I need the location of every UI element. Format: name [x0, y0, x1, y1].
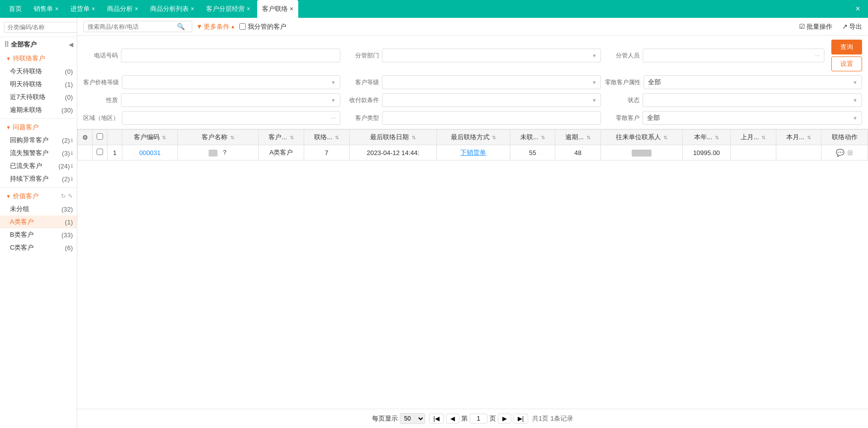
filter-search-icon[interactable]: 🔍 — [177, 23, 185, 30]
col-code[interactable]: 客户编码 ⇅ — [122, 130, 178, 145]
batch-op-btn[interactable]: ☑ 批量操作 — [799, 22, 832, 31]
refresh-icon[interactable]: ↻ — [61, 193, 66, 200]
col-settings[interactable]: ⚙ — [78, 130, 93, 145]
sidebar-item-a-class[interactable]: A类客户 (1) — [0, 215, 77, 228]
prev-page-btn[interactable]: ◀ — [446, 414, 459, 424]
my-customers-checkbox[interactable] — [239, 23, 246, 30]
phone-input[interactable] — [121, 49, 340, 62]
retail-attr-input[interactable]: 全部 ▼ — [644, 75, 862, 89]
tab-analysis-list-close[interactable]: × — [191, 5, 194, 12]
query-btn[interactable]: 查询 — [831, 40, 862, 54]
sidebar-group-pending[interactable]: ▼ 待联络客户 — [0, 52, 77, 65]
person-input[interactable]: ··· — [643, 49, 824, 62]
page-size-dropdown[interactable]: 50 100 200 — [400, 413, 425, 424]
sidebar-item-tomorrow[interactable]: 明天待联络 (1) — [0, 78, 77, 91]
tab-sales-close[interactable]: × — [55, 5, 58, 12]
condition-phone: 电话号码 — [83, 49, 340, 62]
grid-action-icon[interactable]: ⊞ — [847, 149, 853, 157]
col-last-month[interactable]: 上月... ⇅ — [730, 130, 776, 145]
retail-value: 全部 — [647, 113, 660, 122]
more-conditions-btn[interactable]: ▼ 更多条件 ▲ — [196, 22, 235, 31]
sidebar-item-overdue[interactable]: 逾期未联络 (30) — [0, 104, 77, 116]
sidebar-group-value[interactable]: ▼ 价值客户 ↻ ✎ — [0, 190, 77, 203]
price-level-input[interactable]: ▼ — [122, 75, 340, 89]
tab-analysis-close[interactable]: × — [135, 5, 138, 12]
row-last-contact-method[interactable]: 下销货单 — [437, 145, 510, 160]
status-input[interactable]: ▼ — [643, 93, 862, 107]
dept-input[interactable]: ▼ — [382, 49, 601, 62]
caret-icon: ▲ — [230, 24, 235, 29]
retail-input[interactable]: 全部 ▼ — [643, 111, 862, 125]
col-hist-contact[interactable]: 往来单位联系人 ⇅ — [600, 130, 682, 145]
tab-customer-segment-close[interactable]: × — [247, 5, 250, 12]
item-a-class-label: A类客户 — [10, 217, 34, 226]
overdue-value: 48 — [574, 149, 581, 157]
item-today-badge: (0) — [65, 68, 73, 75]
name-value: ？ — [221, 149, 228, 156]
nav-tab-analysis-list[interactable]: 商品分析列表 × — [145, 0, 199, 18]
select-all-checkbox[interactable] — [97, 133, 103, 140]
nature-input[interactable]: ▼ — [121, 93, 340, 107]
settings-btn[interactable]: 设置 — [831, 56, 862, 71]
page-input[interactable] — [470, 414, 488, 424]
table-body: 1 000031 ？ A类客户 7 — [78, 145, 868, 160]
item-declining-label: 持续下滑客户 — [10, 174, 49, 183]
sidebar-search-input[interactable] — [4, 22, 77, 33]
tab-customer-contact-close[interactable]: × — [290, 5, 293, 12]
row-code[interactable]: 000031 — [122, 145, 178, 160]
col-this-year[interactable]: 本年... ⇅ — [683, 130, 731, 145]
sidebar-item-abnormal[interactable]: 回购异常客户 (2) ℹ — [0, 134, 77, 147]
window-close-btn[interactable]: × — [852, 4, 864, 13]
sidebar-item-c-class[interactable]: C类客户 (6) — [0, 241, 77, 254]
settings-gear-icon[interactable]: ⚙ — [82, 134, 88, 141]
row-select-checkbox[interactable] — [97, 149, 103, 155]
level-input[interactable]: ▼ — [382, 75, 601, 89]
nav-tab-customer-segment[interactable]: 客户分层经营 × — [201, 0, 255, 18]
export-btn[interactable]: ↗ 导出 — [842, 22, 862, 31]
sidebar-item-7days[interactable]: 近7天待联络 (0) — [0, 91, 77, 104]
edit-icon[interactable]: ✎ — [68, 193, 73, 200]
item-7days-label: 近7天待联络 — [10, 93, 46, 102]
sidebar-item-lost[interactable]: 已流失客户 (24) ℹ — [0, 160, 77, 172]
chat-action-icon[interactable]: 💬 — [836, 149, 844, 157]
payment-input[interactable]: ▼ — [382, 93, 601, 107]
last-page-btn[interactable]: ▶| — [513, 414, 528, 424]
col-overdue[interactable]: 逾期... ⇅ — [555, 130, 601, 145]
sidebar-item-today[interactable]: 今天待联络 (0) — [0, 65, 77, 78]
nav-tab-purchase[interactable]: 进货单 × — [65, 0, 100, 18]
row-this-month — [776, 145, 821, 160]
type-input[interactable] — [382, 111, 601, 125]
col-checkbox — [93, 130, 108, 145]
sidebar-item-at-risk[interactable]: 流失预警客户 (3) ℹ — [0, 147, 77, 160]
filter-search-input[interactable] — [88, 23, 177, 30]
col-this-month[interactable]: 本月... ⇅ — [776, 130, 821, 145]
sidebar-item-declining[interactable]: 持续下滑客户 (2) ℹ — [0, 172, 77, 185]
next-page-btn[interactable]: ▶ — [498, 414, 511, 424]
item-b-class-label: B类客户 — [10, 230, 34, 239]
col-customer-type[interactable]: 客户... ⇅ — [259, 130, 304, 145]
triangle-icon-3: ▼ — [6, 194, 11, 199]
nav-home[interactable]: 首页 — [4, 0, 27, 18]
info-icon-1: ℹ — [71, 137, 73, 144]
first-page-btn[interactable]: |◀ — [429, 414, 444, 424]
nav-tab-analysis[interactable]: 商品分析 × — [102, 0, 143, 18]
tab-purchase-close[interactable]: × — [92, 5, 95, 12]
region-input[interactable]: ··· — [122, 111, 340, 125]
col-not-contacted[interactable]: 未联... ⇅ — [510, 130, 555, 145]
sidebar-all-customers[interactable]: ⠿ 全部客户 ◀ — [0, 37, 77, 52]
sidebar-group-problem[interactable]: ▼ 问题客户 — [0, 121, 77, 134]
item-abnormal-badge: (2) — [62, 137, 70, 144]
sidebar-item-b-class[interactable]: B类客户 (33) — [0, 228, 77, 241]
col-contact-count[interactable]: 联络... ⇅ — [304, 130, 349, 145]
action-icons: 💬 ⊞ — [825, 149, 864, 157]
nav-tab-sales[interactable]: 销售单 × — [29, 0, 63, 18]
col-name[interactable]: 客户名称 ⇅ — [178, 130, 259, 145]
col-last-contact-method[interactable]: 最后联络方式 ⇅ — [437, 130, 510, 145]
sidebar-item-ungrouped[interactable]: 未分组 (32) — [0, 203, 77, 215]
content-area: 🔍 ▼ 更多条件 ▲ 我分管的客户 ☑ 批量操作 ↗ 导出 — [77, 18, 868, 428]
batch-op-label: 批量操作 — [807, 22, 832, 31]
condition-level: 客户等级 ▼ — [344, 75, 601, 89]
col-last-contact-date[interactable]: 最后联络日期 ⇅ — [349, 130, 437, 145]
nav-tab-customer-contact[interactable]: 客户联络 × — [257, 0, 298, 18]
item-a-class-badge: (1) — [65, 218, 73, 226]
